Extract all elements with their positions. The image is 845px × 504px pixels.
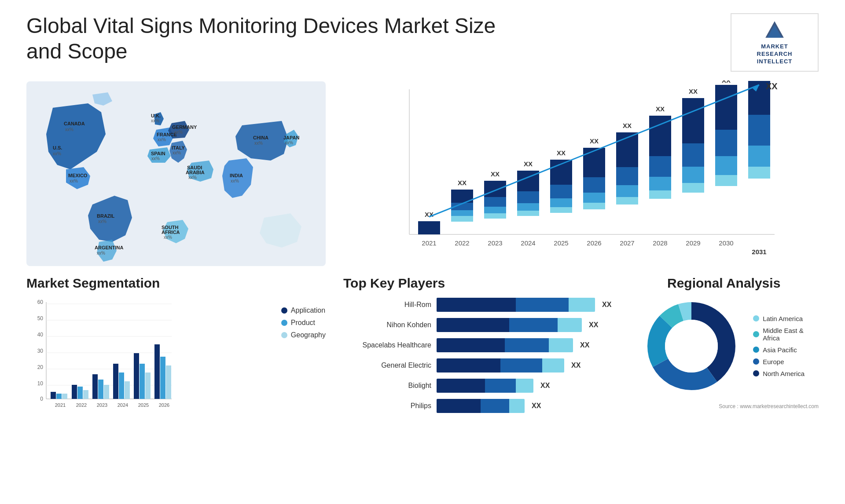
svg-text:2028: 2028 <box>653 239 667 247</box>
svg-rect-58 <box>550 207 572 213</box>
svg-text:2029: 2029 <box>686 239 700 247</box>
svg-rect-53 <box>517 203 539 211</box>
svg-text:2021: 2021 <box>55 402 66 408</box>
page-container: Global Vital Signs Monitoring Devices Ma… <box>0 0 845 504</box>
svg-text:2026: 2026 <box>159 402 169 408</box>
player-row-5: Biolight XX <box>343 379 611 393</box>
svg-rect-129 <box>113 364 118 399</box>
svg-text:ARABIA: ARABIA <box>186 170 205 175</box>
svg-rect-78 <box>649 156 671 177</box>
svg-text:30: 30 <box>37 348 44 354</box>
svg-text:INDIA: INDIA <box>230 173 243 178</box>
header: Global Vital Signs Monitoring Devices Ma… <box>26 13 819 72</box>
svg-text:xx%: xx% <box>53 151 61 156</box>
svg-text:2024: 2024 <box>118 402 128 408</box>
svg-text:U.K.: U.K. <box>151 113 161 118</box>
svg-rect-138 <box>160 357 165 399</box>
player-xx-1: XX <box>602 301 611 309</box>
svg-text:10: 10 <box>37 380 44 387</box>
player-xx-4: XX <box>571 362 580 369</box>
legend-product-dot <box>281 320 287 326</box>
key-players-section: Top Key Players Hill-Rom XX Nihon Kohd <box>343 276 611 423</box>
logo: MARKETRESEARCHINTELLECT <box>731 13 819 72</box>
player-xx-3: XX <box>580 341 589 349</box>
svg-rect-133 <box>134 353 139 399</box>
regional-title: Regional Analysis <box>667 276 780 291</box>
svg-rect-52 <box>517 211 539 216</box>
svg-text:ITALY: ITALY <box>172 145 185 150</box>
svg-rect-139 <box>166 365 171 399</box>
logo-text: MARKETRESEARCHINTELLECT <box>757 43 793 66</box>
svg-text:FRANCE: FRANCE <box>157 132 177 137</box>
svg-text:XX: XX <box>722 80 731 84</box>
svg-rect-54 <box>517 191 539 203</box>
regional-legend: Latin America Middle East &Africa Asia P… <box>753 315 805 377</box>
svg-text:2021: 2021 <box>422 239 436 247</box>
main-content: CANADA xx% U.S. xx% MEXICO xx% BRAZIL xx… <box>26 80 819 423</box>
key-players-title: Top Key Players <box>343 276 611 291</box>
svg-rect-77 <box>649 177 671 190</box>
player-bar-stack-1 <box>437 298 595 312</box>
svg-text:xx%: xx% <box>188 175 197 180</box>
player-bar-1: XX <box>437 298 611 312</box>
svg-text:50: 50 <box>37 315 44 321</box>
svg-rect-76 <box>649 190 671 199</box>
svg-text:xx%: xx% <box>97 251 105 256</box>
svg-text:2023: 2023 <box>97 402 107 408</box>
player-bar-stack-2 <box>437 318 582 332</box>
svg-rect-71 <box>616 185 638 197</box>
svg-rect-66 <box>583 177 605 193</box>
svg-text:2022: 2022 <box>455 239 469 247</box>
svg-text:XX: XX <box>766 81 778 91</box>
bar-chart-section: XX 2021 XX 2022 XX 2023 <box>343 80 819 267</box>
svg-text:2025: 2025 <box>554 239 568 247</box>
player-xx-2: XX <box>589 321 598 329</box>
svg-text:XX: XX <box>458 179 467 186</box>
player-name-3: Spacelabs Healthcare <box>343 341 431 349</box>
svg-text:60: 60 <box>37 299 44 305</box>
svg-rect-84 <box>682 143 704 167</box>
svg-text:xx%: xx% <box>174 130 183 135</box>
player-xx-6: XX <box>532 402 541 410</box>
svg-text:BRAZIL: BRAZIL <box>97 213 115 219</box>
svg-rect-41 <box>451 210 473 216</box>
legend-application-label: Application <box>291 307 325 314</box>
svg-text:SPAIN: SPAIN <box>151 151 165 156</box>
player-bar-stack-3 <box>437 338 573 352</box>
svg-rect-85 <box>682 98 704 143</box>
legend-latin-america-label: Latin America <box>763 315 803 322</box>
player-bar-6: XX <box>437 399 611 413</box>
svg-text:0: 0 <box>40 396 43 402</box>
svg-rect-130 <box>119 373 124 399</box>
player-bar-4: XX <box>437 358 611 373</box>
svg-rect-134 <box>140 364 145 399</box>
svg-rect-40 <box>451 216 473 222</box>
svg-text:JAPAN: JAPAN <box>283 135 300 140</box>
svg-text:XX: XX <box>491 170 500 178</box>
donut-area: Latin America Middle East &Africa Asia P… <box>643 298 805 394</box>
player-bar-stack-5 <box>437 379 533 393</box>
svg-rect-95 <box>748 146 770 167</box>
svg-text:xx%: xx% <box>151 156 160 161</box>
legend-geography: Geography <box>281 331 326 339</box>
player-bar-3: XX <box>437 338 611 352</box>
map-section: CANADA xx% U.S. xx% MEXICO xx% BRAZIL xx… <box>26 80 326 267</box>
svg-text:2027: 2027 <box>620 239 634 247</box>
svg-rect-91 <box>715 85 737 130</box>
svg-text:XX: XX <box>590 137 599 145</box>
page-title: Global Vital Signs Monitoring Devices Ma… <box>26 13 511 64</box>
svg-text:XX: XX <box>656 105 665 113</box>
player-row-2: Nihon Kohden XX <box>343 318 611 332</box>
player-name-5: Biolight <box>343 382 431 390</box>
seg-bars: 60 50 40 30 20 10 0 <box>26 298 272 423</box>
legend-europe: Europe <box>753 358 805 365</box>
svg-rect-82 <box>682 183 704 193</box>
svg-rect-46 <box>484 213 506 219</box>
legend-asia-pacific-dot <box>753 347 759 353</box>
svg-rect-117 <box>51 392 56 399</box>
player-row-6: Philips XX <box>343 399 611 413</box>
svg-text:xx%: xx% <box>158 137 166 142</box>
svg-text:XX: XX <box>623 122 632 129</box>
svg-text:xx%: xx% <box>70 179 78 183</box>
svg-text:xx%: xx% <box>151 118 159 123</box>
